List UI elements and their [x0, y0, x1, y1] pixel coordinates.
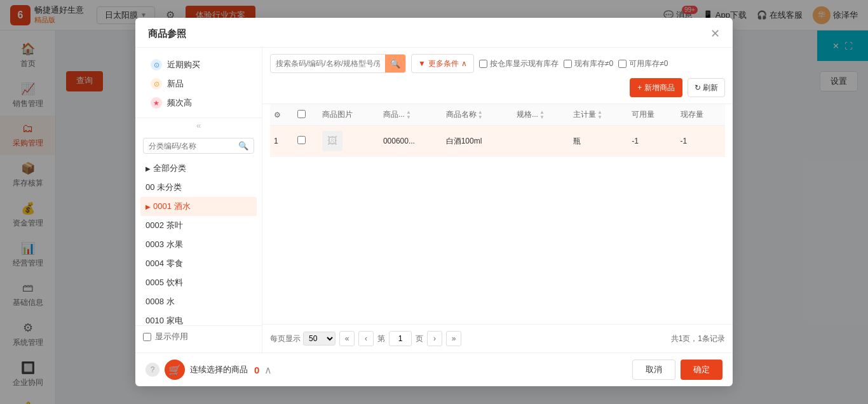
- category-0002-label: 0002 茶叶: [146, 220, 183, 231]
- modal-title: 商品参照: [148, 28, 186, 40]
- per-page-select[interactable]: 50 10 20 100: [303, 332, 336, 346]
- row-index: 1: [270, 126, 294, 157]
- new-products-item[interactable]: ⊙ 新品: [143, 74, 254, 93]
- product-table-area: ⚙ 商品图片 商品...: [262, 104, 733, 324]
- show-disabled-label: 显示停用: [155, 331, 188, 342]
- th-settings[interactable]: ⚙: [270, 104, 294, 126]
- first-page-button[interactable]: «: [339, 331, 355, 346]
- available-ne0-checkbox[interactable]: [618, 60, 627, 68]
- row-image: 🖼: [318, 126, 379, 157]
- refresh-button[interactable]: ↻ 刷新: [688, 78, 725, 97]
- stock-ne0-filter: 现有库存≠0: [564, 58, 613, 69]
- collapse-icon: «: [196, 121, 201, 130]
- product-image-placeholder: 🖼: [322, 131, 342, 151]
- per-page-selector: 每页显示 50 10 20 100: [270, 332, 336, 346]
- category-0002[interactable]: 0002 茶叶: [140, 216, 257, 235]
- category-search-input[interactable]: [149, 142, 236, 151]
- th-image: 商品图片: [318, 104, 379, 126]
- pagination-info: 共1页，1条记录: [671, 333, 725, 344]
- filter-icon: ▼: [418, 59, 426, 68]
- modal-close-button[interactable]: ✕: [710, 27, 720, 41]
- modal-header: 商品参照 ✕: [135, 18, 733, 48]
- th-unit-sort[interactable]: 主计量 ▲▼: [573, 109, 624, 120]
- modal-overlay: 商品参照 ✕ ⊙ 近期购买 ⊙ 新品 ★ 频次高: [0, 0, 868, 404]
- row-stock: -1: [677, 126, 725, 157]
- category-all[interactable]: ▶ 全部分类: [140, 159, 257, 178]
- help-button[interactable]: ?: [146, 363, 159, 377]
- show-disabled-area: 显示停用: [135, 325, 262, 347]
- unit-sort-arrows: ▲▼: [597, 110, 602, 120]
- category-0003[interactable]: 0003 水果: [140, 235, 257, 254]
- th-spec-sort[interactable]: 规格... ▲▼: [517, 109, 566, 120]
- category-0005-label: 0005 饮料: [146, 277, 183, 288]
- category-0008-label: 0008 水: [146, 296, 175, 307]
- row-select-checkbox[interactable]: [297, 136, 306, 144]
- row-unit: 瓶: [569, 126, 628, 157]
- table-row[interactable]: 1 🖼 000600... 白酒100ml 瓶 -1 -1: [270, 126, 725, 157]
- row-code: 000600...: [379, 126, 442, 157]
- freq-label: 频次高: [167, 97, 192, 109]
- product-table: ⚙ 商品图片 商品...: [270, 104, 725, 157]
- th-code-label: 商品...: [383, 109, 405, 120]
- th-image-sort[interactable]: 商品图片: [322, 109, 376, 120]
- show-disabled-checkbox[interactable]: [143, 333, 151, 341]
- confirm-button[interactable]: 确定: [681, 360, 722, 380]
- category-0005[interactable]: 0005 饮料: [140, 273, 257, 292]
- category-0010[interactable]: 0010 家电: [140, 311, 257, 325]
- new-icon: ⊙: [151, 78, 162, 90]
- category-0004[interactable]: 0004 零食: [140, 254, 257, 273]
- per-page-label: 每页显示: [270, 333, 301, 344]
- page-number-input[interactable]: [389, 331, 412, 346]
- th-unit-label: 主计量: [573, 109, 596, 120]
- th-checkbox: [294, 104, 319, 126]
- th-available: 可用量: [628, 104, 676, 126]
- code-sort-arrows: ▲▼: [406, 110, 411, 120]
- warehouse-filter: 按仓库显示现有库存: [479, 58, 559, 69]
- category-00[interactable]: 00 未分类: [140, 178, 257, 197]
- th-unit: 主计量 ▲▼: [569, 104, 628, 126]
- active-triangle-icon: ▶: [146, 203, 151, 210]
- th-name-label: 商品名称: [446, 109, 477, 120]
- product-search-group: 🔍: [270, 54, 406, 73]
- modal-body: ⊙ 近期购买 ⊙ 新品 ★ 频次高 «: [135, 48, 733, 353]
- th-stock-label: 现存量: [681, 110, 703, 119]
- last-page-button[interactable]: »: [446, 331, 461, 346]
- stock-ne0-label: 现有库存≠0: [574, 58, 613, 69]
- next-page-button[interactable]: ›: [427, 331, 442, 346]
- cancel-button[interactable]: 取消: [632, 360, 675, 380]
- more-filter-button[interactable]: ▼ 更多条件 ∧: [411, 54, 474, 73]
- quick-access: ⊙ 近期购买 ⊙ 新品 ★ 频次高: [135, 53, 262, 115]
- filter-chevron-icon: ∧: [461, 59, 467, 68]
- th-stock: 现存量: [677, 104, 725, 126]
- row-checkbox[interactable]: [294, 126, 319, 157]
- th-code: 商品... ▲▼: [379, 104, 442, 126]
- prev-page-button[interactable]: ‹: [358, 331, 374, 346]
- category-all-label: 全部分类: [153, 163, 186, 174]
- collapse-button[interactable]: «: [135, 118, 262, 133]
- freq-items-item[interactable]: ★ 频次高: [143, 93, 254, 112]
- recent-icon: ⊙: [151, 59, 162, 71]
- category-tree: ▶ 全部分类 00 未分类 ▶ 0001 酒水 0002 茶叶 0003 水果: [135, 159, 262, 325]
- select-all-checkbox[interactable]: [297, 110, 306, 118]
- search-icon: 🔍: [390, 59, 400, 69]
- product-search-input[interactable]: [271, 59, 385, 68]
- freq-icon: ★: [151, 97, 162, 109]
- recent-purchases-item[interactable]: ⊙ 近期购买: [143, 55, 254, 74]
- search-icon[interactable]: 🔍: [238, 141, 248, 151]
- pagination: 每页显示 50 10 20 100 « ‹ 第 页 › »: [262, 324, 733, 353]
- add-product-button[interactable]: + 新增商品: [630, 78, 682, 97]
- stock-ne0-checkbox[interactable]: [564, 60, 572, 68]
- row-name: 白酒100ml: [442, 126, 513, 157]
- category-00-label: 00 未分类: [146, 182, 182, 193]
- cart-icon[interactable]: 🛒: [165, 360, 185, 380]
- th-code-sort[interactable]: 商品... ▲▼: [383, 109, 438, 120]
- category-0001[interactable]: ▶ 0001 酒水: [140, 197, 257, 216]
- category-0004-label: 0004 零食: [146, 258, 183, 269]
- th-name-sort[interactable]: 商品名称 ▲▼: [446, 109, 509, 120]
- expand-triangle-icon: ▶: [146, 165, 151, 172]
- product-search-button[interactable]: 🔍: [385, 55, 405, 72]
- name-sort-arrows: ▲▼: [478, 110, 483, 120]
- warehouse-checkbox[interactable]: [479, 60, 487, 68]
- footer-collapse-icon[interactable]: ∧: [264, 364, 272, 376]
- category-0008[interactable]: 0008 水: [140, 292, 257, 311]
